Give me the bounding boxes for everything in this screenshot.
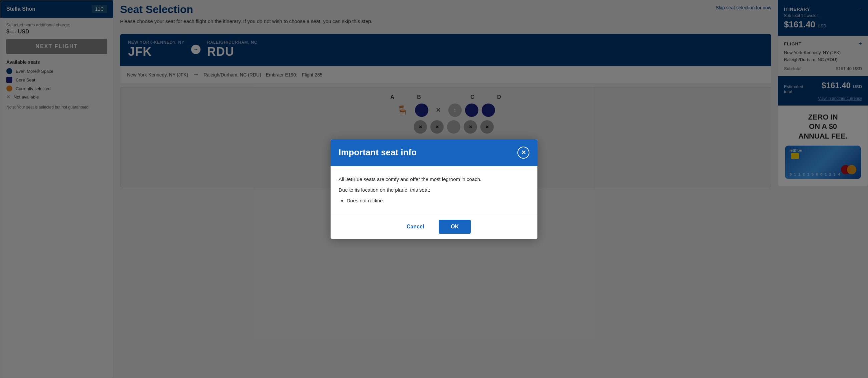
modal-bullet-1: Does not recline (347, 197, 529, 205)
modal-body: All JetBlue seats are comfy and offer th… (331, 166, 537, 214)
modal-close-button[interactable]: ✕ (518, 147, 529, 158)
modal-header: Important seat info ✕ (331, 139, 537, 166)
modal-footer: Cancel OK (331, 214, 537, 239)
modal-cancel-button[interactable]: Cancel (397, 220, 433, 234)
modal-body-line1: All JetBlue seats are comfy and offer th… (339, 175, 529, 183)
modal-title: Important seat info (339, 147, 417, 157)
modal-overlay[interactable]: Important seat info ✕ All JetBlue seats … (0, 0, 868, 378)
modal-body-line2: Due to its location on the plane, this s… (339, 186, 529, 194)
modal-ok-button[interactable]: OK (439, 220, 471, 234)
modal-box: Important seat info ✕ All JetBlue seats … (331, 139, 537, 239)
